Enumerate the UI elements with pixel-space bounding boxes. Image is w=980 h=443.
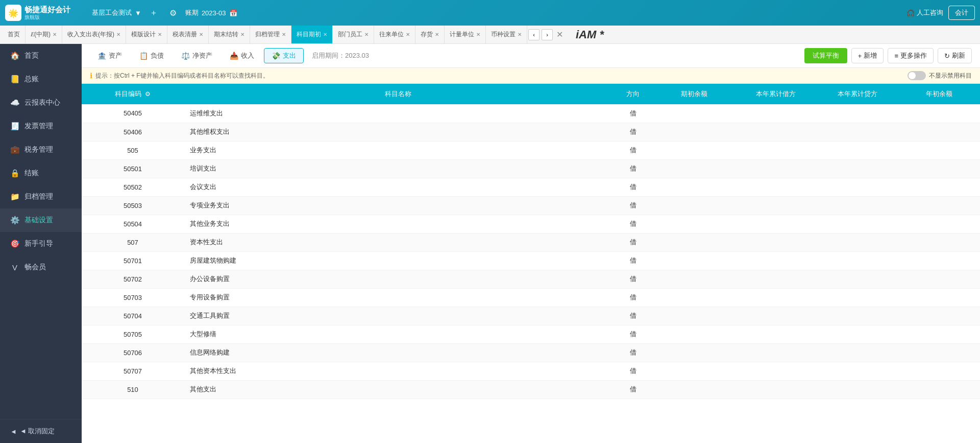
table-row[interactable]: 507 资本性支出 借 bbox=[82, 233, 980, 251]
table-row[interactable]: 50501 培训支出 借 bbox=[82, 159, 980, 178]
tab-item-1[interactable]: 𝐸(中期)✕ bbox=[26, 26, 62, 44]
table-row[interactable]: 50707 其他资本性支出 借 bbox=[82, 362, 980, 380]
tab-item-12[interactable]: 币种设置✕ bbox=[486, 26, 527, 44]
more-operations-button[interactable]: ≡ 更多操作 bbox=[888, 48, 934, 63]
tab-close-icon[interactable]: ✕ bbox=[158, 32, 162, 37]
tab-label: 首页 bbox=[8, 30, 20, 39]
cell-bal bbox=[653, 362, 735, 380]
tab-next-button[interactable]: › bbox=[542, 29, 553, 40]
sidebar-collapse-button[interactable]: ◄ ◄ 取消固定 bbox=[0, 419, 82, 443]
table-row[interactable]: 50503 专项业务支出 借 bbox=[82, 196, 980, 215]
cell-code: 50707 bbox=[82, 362, 184, 380]
calendar-icon: 📅 bbox=[229, 9, 237, 17]
tab-close-icon[interactable]: ✕ bbox=[199, 32, 203, 37]
sub-tab-负债[interactable]: 📋负债 bbox=[132, 48, 172, 63]
cell-cre bbox=[817, 104, 898, 123]
tab-close-icon[interactable]: ✕ bbox=[240, 32, 244, 37]
tab-close-icon[interactable]: ✕ bbox=[476, 32, 480, 37]
account-button[interactable]: 会计 bbox=[948, 6, 975, 20]
tab-item-2[interactable]: 收入支出表(年报)✕ bbox=[62, 26, 126, 44]
tab-label: 往来单位 bbox=[379, 30, 404, 39]
table-row[interactable]: 50405 运维维支出 借 bbox=[82, 104, 980, 123]
table-row[interactable]: 50701 房屋建筑物购建 借 bbox=[82, 251, 980, 270]
table-row[interactable]: 505 业务支出 借 bbox=[82, 141, 980, 159]
table-row[interactable]: 50406 其他维权支出 借 bbox=[82, 123, 980, 141]
sidebar-item-结账[interactable]: 🔒结账 bbox=[0, 161, 82, 185]
tab-item-9[interactable]: 往来单位✕ bbox=[374, 26, 415, 44]
tab-close-icon[interactable]: ✕ bbox=[435, 32, 439, 37]
close-all-tabs-button[interactable]: ✕ bbox=[554, 30, 566, 39]
table-row[interactable]: 50704 交通工具购置 借 bbox=[82, 307, 980, 325]
sub-tab-净资产[interactable]: ⚖️净资产 bbox=[174, 48, 220, 63]
sidebar-item-首页[interactable]: 🏠首页 bbox=[0, 44, 82, 67]
table-row[interactable]: 50502 会议支出 借 bbox=[82, 178, 980, 196]
cell-ybal bbox=[898, 251, 980, 270]
hint-text: 提示：按Ctrl + F键并输入科目编码或者科目名称可以查找科目。 bbox=[95, 72, 269, 80]
sub-tab-收入[interactable]: 📥收入 bbox=[222, 48, 262, 63]
table-row[interactable]: 50705 大型修缮 借 bbox=[82, 325, 980, 343]
cell-code: 507 bbox=[82, 233, 184, 251]
cell-bal bbox=[653, 215, 735, 233]
table-row[interactable]: 50703 专用设备购置 借 bbox=[82, 288, 980, 307]
sidebar-item-云报表中心[interactable]: ☁️云报表中心 bbox=[0, 91, 82, 114]
table-row[interactable]: 50702 办公设备购置 借 bbox=[82, 270, 980, 288]
gear-icon[interactable]: ⚙ bbox=[145, 90, 151, 98]
cell-code: 50502 bbox=[82, 178, 184, 196]
tab-item-5[interactable]: 期末结转✕ bbox=[209, 26, 250, 44]
tab-item-0[interactable]: 首页 bbox=[3, 26, 26, 44]
logo-area: 🌟 畅捷通好会计 旗舰版 bbox=[5, 5, 87, 21]
sidebar-item-税务管理[interactable]: 💼税务管理 bbox=[0, 138, 82, 161]
tab-close-icon[interactable]: ✕ bbox=[364, 32, 369, 37]
cell-bal bbox=[653, 178, 735, 196]
table-row[interactable]: 50706 信息网络购建 借 bbox=[82, 343, 980, 362]
sidebar-label: 云报表中心 bbox=[24, 98, 60, 107]
service-button[interactable]: 🎧 人工咨询 bbox=[906, 8, 943, 17]
sub-tab-支出[interactable]: 💸支出 bbox=[264, 48, 304, 63]
sub-tab-icon-2: ⚖️ bbox=[181, 52, 190, 60]
tab-label: 模版设计 bbox=[131, 30, 156, 39]
company-selector[interactable]: 基层工会测试 ▼ bbox=[92, 8, 141, 17]
tab-label: 存货 bbox=[421, 30, 433, 39]
cell-deb bbox=[735, 380, 817, 399]
tab-item-3[interactable]: 模版设计✕ bbox=[126, 26, 167, 44]
tab-item-8[interactable]: 部门员工✕ bbox=[333, 26, 374, 44]
cell-deb bbox=[735, 178, 817, 196]
sub-tab-资产[interactable]: 🏦资产 bbox=[90, 48, 130, 63]
tab-close-icon[interactable]: ✕ bbox=[282, 32, 286, 37]
tab-close-icon[interactable]: ✕ bbox=[406, 32, 410, 37]
sidebar-icon-5: 🔒 bbox=[10, 169, 19, 178]
tab-item-10[interactable]: 存货✕ bbox=[415, 26, 445, 44]
sidebar-item-基础设置[interactable]: ⚙️基础设置 bbox=[0, 208, 82, 232]
table-row[interactable]: 50504 其他业务支出 借 bbox=[82, 215, 980, 233]
tab-close-icon[interactable]: ✕ bbox=[116, 32, 120, 37]
sub-tab-icon-1: 📋 bbox=[139, 52, 148, 60]
calc-balance-button[interactable]: 试算平衡 bbox=[804, 48, 847, 63]
cell-code: 50701 bbox=[82, 251, 184, 270]
tab-close-icon[interactable]: ✕ bbox=[53, 32, 57, 37]
add-tab-button[interactable]: ＋ bbox=[146, 6, 161, 20]
sidebar-item-新手引导[interactable]: 🎯新手引导 bbox=[0, 232, 82, 255]
tab-item-6[interactable]: 归档管理✕ bbox=[250, 26, 291, 44]
sub-tab-label: 净资产 bbox=[192, 51, 212, 60]
tab-prev-button[interactable]: ‹ bbox=[528, 29, 540, 40]
tab-close-icon[interactable]: ✕ bbox=[323, 32, 327, 37]
tab-item-7[interactable]: 科目期初✕ bbox=[291, 26, 333, 44]
toggle-disabled-accounts[interactable] bbox=[908, 71, 926, 80]
sidebar-icon-8: 🎯 bbox=[10, 239, 19, 248]
settings-icon[interactable]: ⚙ bbox=[166, 6, 180, 20]
cell-deb bbox=[735, 307, 817, 325]
sidebar-item-畅会员[interactable]: V畅会员 bbox=[0, 255, 82, 279]
add-button[interactable]: + 新增 bbox=[851, 48, 884, 63]
sidebar-label: 基础设置 bbox=[24, 216, 53, 225]
tab-item-4[interactable]: 税表清册✕ bbox=[167, 26, 209, 44]
sub-tab-label: 资产 bbox=[109, 51, 122, 60]
sub-tab-icon-3: 📥 bbox=[230, 52, 238, 60]
header-right: 🎧 人工咨询 会计 bbox=[906, 6, 975, 20]
table-row[interactable]: 510 其他支出 借 bbox=[82, 380, 980, 399]
tab-close-icon[interactable]: ✕ bbox=[518, 32, 522, 37]
tab-item-11[interactable]: 计量单位✕ bbox=[445, 26, 486, 44]
sidebar-item-归档管理[interactable]: 📁归档管理 bbox=[0, 185, 82, 208]
sidebar-item-总账[interactable]: 📒总账 bbox=[0, 67, 82, 91]
sidebar-item-发票管理[interactable]: 🧾发票管理 bbox=[0, 114, 82, 138]
refresh-button[interactable]: ↻ 刷新 bbox=[938, 48, 972, 63]
